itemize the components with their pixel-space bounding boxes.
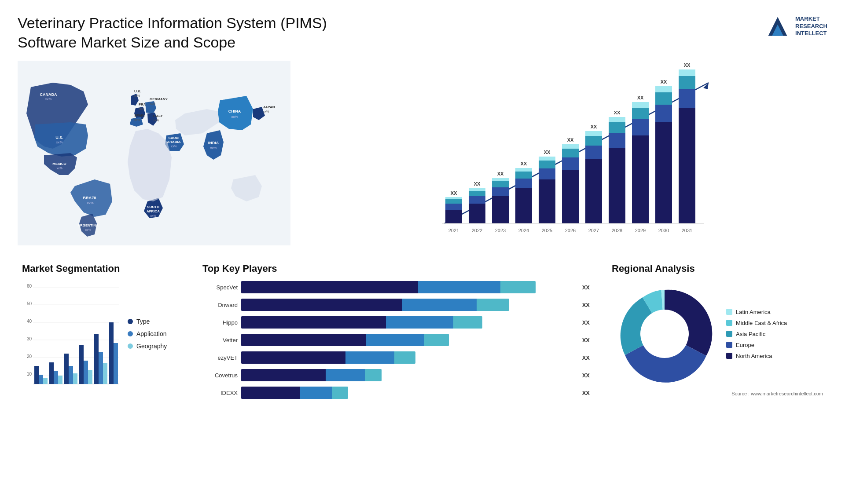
svg-rect-40: [445, 197, 462, 199]
svg-text:2026: 2026: [111, 386, 119, 387]
svg-text:10: 10: [27, 372, 32, 376]
segmentation-chart-container: 60 50 40 30 20 10: [22, 281, 180, 387]
svg-text:BRAZIL: BRAZIL: [83, 196, 98, 200]
svg-rect-58: [515, 168, 532, 172]
svg-rect-131: [103, 363, 107, 384]
svg-rect-118: [39, 375, 43, 384]
player-name-specvet: SpecVet: [202, 284, 238, 291]
legend-geography: Geography: [128, 343, 167, 350]
svg-rect-133: [114, 343, 118, 384]
svg-rect-79: [609, 148, 625, 223]
regional-section: Regional Analysis: [607, 259, 827, 409]
svg-text:MEXICO: MEXICO: [52, 162, 66, 166]
legend-europe: Europe: [726, 342, 787, 348]
svg-text:20: 20: [27, 354, 32, 359]
legend-text-asia-pacific: Asia Pacific: [736, 331, 765, 337]
svg-text:xx%: xx%: [231, 115, 238, 119]
svg-rect-121: [54, 371, 58, 384]
svg-rect-92: [655, 105, 672, 122]
svg-rect-62: [539, 168, 555, 179]
legend-dot-application: [128, 331, 133, 336]
logo-area: MARKETRESEARCHINTELLECT: [764, 13, 827, 40]
svg-rect-69: [562, 149, 579, 157]
legend-color-asia-pacific: [726, 331, 732, 337]
svg-rect-82: [609, 117, 625, 122]
svg-rect-75: [585, 136, 602, 146]
svg-rect-63: [539, 161, 555, 168]
svg-rect-76: [585, 131, 602, 136]
svg-text:2027: 2027: [588, 228, 599, 233]
svg-rect-67: [562, 170, 579, 223]
player-name-covetrus: Covetrus: [202, 372, 238, 379]
svg-text:xx%: xx%: [87, 201, 93, 205]
svg-text:xx%: xx%: [171, 145, 176, 148]
svg-rect-49: [492, 196, 509, 223]
growth-chart: XX 2021 XX 2022 XX 2023 XX 2024: [308, 61, 827, 245]
player-name-vetter: Vetter: [202, 337, 238, 343]
player-row-specvet: SpecVet XX: [202, 281, 590, 293]
svg-rect-64: [539, 157, 555, 161]
legend-asia-pacific: Asia Pacific: [726, 331, 787, 337]
seg-svg: 60 50 40 30 20 10: [22, 281, 119, 387]
svg-rect-124: [69, 366, 73, 384]
svg-rect-70: [562, 144, 579, 149]
player-name-hippo: Hippo: [202, 319, 238, 326]
svg-rect-117: [34, 366, 39, 384]
svg-text:xx%: xx%: [134, 118, 140, 121]
svg-text:2030: 2030: [658, 228, 669, 233]
svg-text:XX: XX: [544, 150, 551, 155]
svg-rect-52: [492, 178, 509, 181]
page-header: Veterinary Practice Information System (…: [18, 13, 827, 52]
player-bar-ezyvet: [241, 351, 576, 364]
svg-text:XX: XX: [451, 190, 457, 196]
main-grid: CANADA xx% U.S. xx% MEXICO xx% BRAZIL xx…: [18, 61, 827, 409]
player-list: SpecVet XX Onward: [202, 281, 590, 399]
svg-text:xx%: xx%: [45, 97, 51, 101]
svg-text:xx%: xx%: [263, 110, 269, 113]
svg-text:XX: XX: [474, 181, 481, 186]
svg-rect-127: [84, 361, 88, 384]
player-bar-vetter: [241, 334, 576, 346]
svg-text:XX: XX: [497, 171, 504, 176]
legend-latin-america: Latin America: [726, 309, 787, 315]
player-row-hippo: Hippo XX: [202, 316, 590, 329]
bottom-row: Market Segmentation 60 50 40 30 20 10: [18, 259, 827, 409]
svg-text:xx%: xx%: [150, 214, 156, 217]
key-players-title: Top Key Players: [202, 263, 590, 274]
svg-text:2021: 2021: [448, 228, 459, 233]
svg-rect-88: [632, 102, 649, 108]
svg-text:2023: 2023: [495, 228, 506, 233]
player-row-vetter: Vetter XX: [202, 334, 590, 346]
legend-text-north-america: North America: [736, 353, 772, 359]
svg-point-140: [640, 310, 689, 358]
svg-text:AFRICA: AFRICA: [147, 209, 160, 213]
svg-text:2021: 2021: [37, 386, 45, 387]
legend-dot-geography: [128, 343, 133, 349]
svg-text:2028: 2028: [612, 228, 622, 233]
svg-text:xx%: xx%: [134, 94, 140, 97]
player-label-vetter: XX: [582, 337, 590, 343]
svg-text:INDIA: INDIA: [208, 141, 219, 145]
svg-text:JAPAN: JAPAN: [263, 105, 275, 109]
svg-text:xx%: xx%: [150, 102, 155, 105]
svg-text:xx%: xx%: [56, 167, 62, 170]
legend-middle-east: Middle East & Africa: [726, 320, 787, 326]
svg-rect-37: [445, 210, 462, 223]
svg-rect-55: [515, 188, 532, 223]
player-row-ezyvet: ezyVET XX: [202, 351, 590, 364]
svg-rect-130: [99, 352, 103, 384]
svg-text:xx%: xx%: [139, 107, 144, 110]
legend-text-middle-east: Middle East & Africa: [736, 320, 787, 326]
svg-text:2024: 2024: [518, 228, 529, 233]
svg-text:U.K.: U.K.: [134, 89, 141, 93]
svg-rect-123: [64, 354, 69, 384]
svg-text:ITALY: ITALY: [153, 114, 163, 118]
svg-rect-94: [655, 86, 672, 92]
svg-text:xx%: xx%: [56, 140, 62, 144]
svg-rect-93: [655, 92, 672, 105]
regional-title: Regional Analysis: [612, 263, 823, 274]
svg-text:60: 60: [27, 284, 32, 289]
svg-text:2031: 2031: [682, 228, 692, 233]
player-bar-covetrus: [241, 369, 576, 381]
player-bar-idexx: [241, 387, 576, 399]
